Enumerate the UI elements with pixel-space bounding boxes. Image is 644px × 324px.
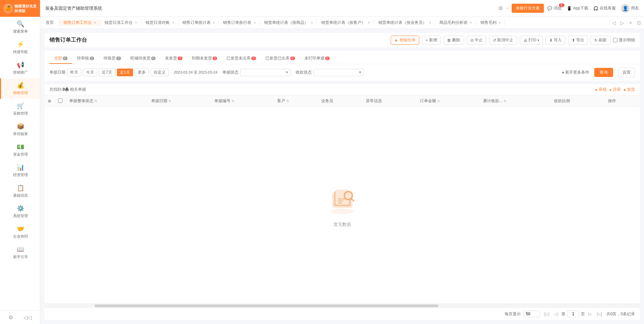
export-btn[interactable]: ⬆ 导出: [568, 36, 588, 45]
show-detail-input[interactable]: [613, 38, 617, 42]
sidebar-item-新手引导[interactable]: 📖新手引导: [0, 242, 40, 263]
gear-icon[interactable]: ⚙: [498, 5, 503, 11]
tab-0[interactable]: 销售订单工作台×: [59, 20, 100, 26]
user-menu-btn[interactable]: 👤 用友: [621, 4, 639, 13]
tab-close-icon[interactable]: ×: [470, 21, 472, 25]
cancel-stop-btn[interactable]: ↺ 取消中止: [489, 36, 517, 45]
sidebar-item-基础信息[interactable]: 📋基础信息: [0, 181, 40, 201]
stop-btn[interactable]: ⊘ 中止: [467, 36, 486, 45]
sidebar-item-资金管理[interactable]: 💵资金管理: [0, 140, 40, 160]
tab-label: 销售订单工作台: [63, 20, 92, 26]
tab-close-icon[interactable]: ×: [311, 21, 313, 25]
filter-tab-未发货[interactable]: 未发货0: [160, 53, 187, 64]
filter-tabs: 全部0待审核0待拣货0旺铺待发货0未发货0到期未发货0已发货未出库0已发货已出库…: [44, 51, 640, 64]
app-download-btn[interactable]: 📱 App下载: [567, 5, 588, 11]
select-all-checkbox[interactable]: [58, 98, 62, 103]
filter-tab-待拣货[interactable]: 待拣货0: [99, 53, 126, 64]
industry-btn[interactable]: 体验行业方案: [512, 4, 544, 13]
tab-3[interactable]: 销售订单统计表×: [178, 20, 219, 26]
set-btn[interactable]: 设置: [618, 68, 635, 77]
filter-tab-待审核[interactable]: 待审核0: [72, 53, 99, 64]
tab-1[interactable]: 钱货日清工作台×: [100, 20, 141, 26]
add-btn[interactable]: + 新增: [422, 36, 441, 45]
tab-close-icon[interactable]: ×: [499, 21, 501, 25]
tab-4[interactable]: 销售订单执行表×: [219, 20, 260, 26]
tab-6[interactable]: 销货单统计表（按客户）×: [317, 20, 374, 26]
col-订单金额[interactable]: 订单金额⇅: [417, 95, 480, 107]
tab-close-icon[interactable]: ×: [368, 21, 370, 25]
col-单据编号[interactable]: 单据编号⇅: [211, 95, 274, 107]
sidebar-item-营销推广[interactable]: 📢营销推广: [0, 58, 40, 78]
query-btn[interactable]: 查询: [594, 68, 613, 77]
expand-more-btn[interactable]: ▾ 展开更多条件: [562, 70, 589, 75]
date-option-btn-近1月[interactable]: 近1月: [117, 69, 133, 76]
toolbar-action-发货[interactable]: ● 发货: [624, 87, 635, 92]
col-客户[interactable]: 客户⇅: [274, 95, 318, 107]
tab-close-icon[interactable]: ×: [135, 21, 137, 25]
filter-tab-旺铺待发货[interactable]: 旺铺待发货0: [126, 53, 161, 64]
col-单据日期[interactable]: 单据日期⇅: [148, 95, 211, 107]
prev-page-btn[interactable]: ◁: [553, 311, 560, 317]
filter-tab-全部[interactable]: 全部0: [49, 53, 72, 64]
next-page-btn[interactable]: ▷: [587, 311, 594, 317]
horizontal-scrollbar[interactable]: [44, 303, 640, 308]
tab-close-icon[interactable]: ×: [213, 21, 215, 25]
collapse-icon[interactable]: ◁◁: [24, 314, 32, 321]
filter-tab-未打印单据[interactable]: 未打印单据0: [300, 53, 335, 64]
payment-select[interactable]: [313, 69, 364, 76]
settings-icon[interactable]: ⚙: [8, 314, 13, 321]
tab-close-icon[interactable]: ×: [254, 21, 256, 25]
tab-scroll-right-btn[interactable]: ▷: [619, 19, 626, 26]
status-select[interactable]: [240, 69, 291, 76]
tab-close-all-btn[interactable]: ×: [627, 19, 634, 26]
online-service-btn[interactable]: 🎧 在线客服: [593, 5, 616, 11]
col-累计收款...[interactable]: 累计收款...⇅: [480, 95, 551, 107]
tab-7[interactable]: 销货单统计表（按业务员）×: [374, 20, 435, 26]
toolbar-action-审核[interactable]: ● 审核: [595, 87, 606, 92]
date-option-btn-更多[interactable]: 更多: [135, 69, 149, 76]
tab-scroll-left-btn[interactable]: ◁: [610, 19, 617, 26]
tab-5[interactable]: 销货单统计表（按商品）×: [260, 20, 317, 26]
sidebar-item-快捷导航[interactable]: ⚡快捷导航: [0, 37, 40, 58]
sidebar-item-库存核算[interactable]: 📦库存核算: [0, 119, 40, 140]
settings-col-icon[interactable]: ⚙: [48, 99, 51, 104]
filter-tab-badge: 0: [90, 56, 94, 60]
sidebar-item-采购管理[interactable]: 🛒采购管理: [0, 99, 40, 119]
toolbar-action-弃审[interactable]: ● 弃审: [609, 87, 621, 92]
col-异常信息: 异常信息: [362, 95, 417, 107]
refresh-btn[interactable]: ↻ 刷新: [591, 36, 610, 45]
date-option-btn-今天[interactable]: 今天: [83, 69, 97, 76]
last-page-btn[interactable]: ▷|: [595, 311, 604, 317]
filter-tab-已发货未出库[interactable]: 已发货未出库0: [222, 53, 261, 64]
filter-tab-到期未发货[interactable]: 到期未发货0: [187, 53, 222, 64]
sidebar-item-销售管理[interactable]: 💰销售管理: [0, 78, 40, 99]
delete-btn[interactable]: 🗑 删除: [443, 36, 464, 45]
tab-2[interactable]: 钱货日清对账×: [141, 20, 178, 26]
import-btn[interactable]: ⬇ 导入: [546, 36, 565, 45]
print-btn[interactable]: 🖨 打印 ▾: [520, 36, 543, 45]
date-option-btn-自定义[interactable]: 自定义: [151, 69, 169, 76]
tab-close-icon[interactable]: ×: [172, 21, 174, 25]
per-page-select[interactable]: 50 100: [523, 311, 540, 317]
page-input[interactable]: [567, 311, 579, 317]
smart-create-btn[interactable]: ★ 智能生单: [391, 36, 419, 45]
first-page-btn[interactable]: |◁: [543, 311, 551, 317]
show-detail-checkbox[interactable]: 显示明细: [613, 37, 635, 43]
date-option-btn-近7天[interactable]: 近7天: [99, 69, 115, 76]
sidebar-item-经营管理[interactable]: 📊经营管理: [0, 160, 40, 181]
sidebar-item-企业协同[interactable]: 🤝企业协同: [0, 222, 40, 242]
tab-home[interactable]: 首页: [40, 17, 59, 29]
sidebar-item-系统管理[interactable]: ⚙️系统管理: [0, 201, 40, 222]
date-label: 单据日期: [49, 70, 66, 75]
message-btn[interactable]: 💬 消息 6: [547, 5, 562, 11]
date-option-btn-昨天[interactable]: 昨天: [67, 69, 81, 76]
tab-close-icon[interactable]: ×: [94, 21, 96, 25]
export-icon: ⬆: [572, 38, 575, 43]
tab-8[interactable]: 商品毛利分析表×: [435, 20, 476, 26]
tab-close-icon[interactable]: ×: [429, 21, 431, 25]
col-单据整体状态[interactable]: 单据整体状态⇅: [66, 95, 148, 107]
tab-expand-btn[interactable]: ⊡: [636, 19, 642, 26]
filter-tab-已发货已出库[interactable]: 已发货已出库0: [261, 53, 300, 64]
tab-9[interactable]: 销售毛利×: [476, 20, 505, 26]
sidebar-item-搜索菜单[interactable]: 🔍搜索菜单: [0, 17, 40, 37]
